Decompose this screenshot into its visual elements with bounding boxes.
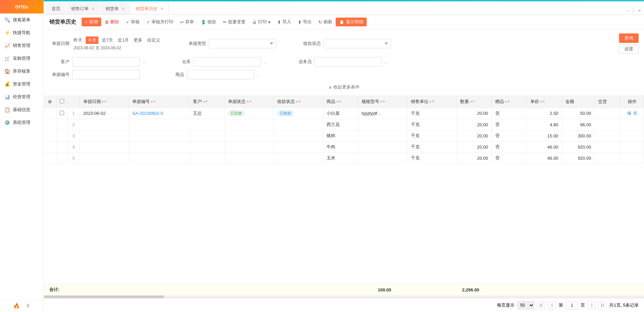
- settings-button[interactable]: 设置: [619, 44, 639, 54]
- sidebar-item-sys-mgmt[interactable]: ⚙️ 系统管理: [0, 116, 44, 129]
- page-last-btn[interactable]: ⟩⟩: [598, 301, 607, 309]
- show-detail-label: 显示明细: [346, 19, 363, 25]
- cell-goods: 牛肉: [323, 141, 358, 153]
- customer-input[interactable]: [72, 57, 140, 67]
- scroll-thumb[interactable]: [44, 295, 164, 298]
- th-price[interactable]: 单价 ▲▼: [527, 96, 562, 108]
- th-docno[interactable]: 单据编号 ▲▼: [129, 96, 190, 108]
- customer-dots[interactable]: ...: [142, 59, 146, 64]
- new-button[interactable]: + 新增: [82, 18, 101, 26]
- th-doc-status[interactable]: 单据状态 ▲▼: [225, 96, 274, 108]
- batch-change-button[interactable]: ✏ 批量变更: [220, 18, 249, 26]
- cell-check[interactable]: [56, 119, 67, 130]
- sidebar-item-finance-mgmt[interactable]: 💰 资金管理: [0, 78, 44, 90]
- warehouse-dots[interactable]: ...: [263, 59, 267, 64]
- page-input[interactable]: [566, 301, 578, 309]
- cell-check[interactable]: [56, 153, 67, 164]
- tabbar-minimize-icon[interactable]: —: [625, 8, 629, 13]
- import-icon: ⬆: [277, 20, 281, 25]
- sidebar-item-sales-mgmt[interactable]: 📈 销售管理: [0, 39, 44, 52]
- page-size-select[interactable]: 10 20 50 100: [517, 301, 534, 309]
- date-tab-more[interactable]: 更多: [132, 36, 144, 44]
- refresh-button[interactable]: ↻ 刷新: [315, 18, 336, 26]
- date-tab-1month[interactable]: 近1月: [116, 36, 130, 44]
- abandon-button[interactable]: ↩ 弃审: [177, 18, 197, 26]
- tab-sales-history[interactable]: 销货单历史 ✕: [131, 2, 169, 15]
- th-unit[interactable]: 销售单位 ▲▼: [407, 96, 456, 108]
- payment-status-select[interactable]: [324, 39, 391, 48]
- th-goods[interactable]: 商品 ▲▼: [323, 96, 358, 108]
- cell-docno[interactable]: [129, 153, 190, 164]
- page-next-btn[interactable]: ⟩: [588, 301, 596, 309]
- date-tab-yesterday[interactable]: 昨天: [72, 36, 84, 44]
- doc-type-select[interactable]: [209, 39, 276, 48]
- query-button[interactable]: 查询: [619, 33, 639, 43]
- collect-button[interactable]: 💲 收款: [197, 18, 220, 26]
- print-button[interactable]: 🖨 打印 ▾: [249, 18, 274, 26]
- page-first-btn[interactable]: ⟨⟨: [537, 301, 545, 309]
- edit-action-btn[interactable]: 编: [627, 111, 631, 115]
- th-date[interactable]: 单据日期 ▲▼: [80, 96, 129, 108]
- th-payment-status[interactable]: 收款状态 ▲▼: [274, 96, 323, 108]
- th-qty[interactable]: 数量 ▲▼: [456, 96, 492, 108]
- tabbar-maximize-icon[interactable]: □: [632, 8, 635, 13]
- sidebar-item-purchase-mgmt[interactable]: 🛒 采购管理: [0, 52, 44, 65]
- collapse-button[interactable]: ∧ 收起更多条件: [329, 83, 360, 92]
- export-button[interactable]: ⬇ 导出: [295, 18, 315, 26]
- cell-doc-status: [225, 153, 274, 164]
- batch-change-icon: ✏: [223, 20, 227, 25]
- sidebar-fire-btn[interactable]: 🔥: [13, 303, 20, 309]
- view-action-btn[interactable]: 览: [633, 111, 637, 115]
- warehouse-input[interactable]: [193, 57, 261, 67]
- select-all-checkbox[interactable]: [60, 99, 64, 103]
- tab-sales-order-close[interactable]: ✕: [91, 6, 95, 11]
- tab-home[interactable]: 首页: [47, 2, 65, 15]
- sidebar-item-basic-info[interactable]: 📋 基础信息: [0, 103, 44, 116]
- date-tab-today[interactable]: 今天: [86, 36, 99, 44]
- sidebar-item-inventory[interactable]: 🏠 库存核算: [0, 65, 44, 78]
- cell-actions: [620, 153, 644, 164]
- th-gear[interactable]: ⚙: [44, 96, 56, 108]
- tabbar-close-icon[interactable]: ✕: [638, 8, 641, 13]
- sidebar-item-quick-nav[interactable]: ⚡ 快捷导航: [0, 26, 44, 39]
- delete-button[interactable]: 🗑 删除: [101, 18, 122, 26]
- tab-sales-goods-close[interactable]: ✕: [121, 6, 125, 11]
- show-detail-button[interactable]: 📋 显示明细: [336, 18, 367, 26]
- salesperson-dots[interactable]: ...: [385, 59, 388, 64]
- cell-check[interactable]: [56, 141, 67, 153]
- audit-button[interactable]: ✓ 审核: [122, 18, 143, 26]
- filter-row-3: 单据编号 商品 ...: [49, 70, 639, 79]
- row-checkbox[interactable]: [60, 111, 64, 115]
- salesperson-input[interactable]: [314, 57, 382, 67]
- sidebar-item-biz-mgmt[interactable]: 📊 经营管理: [0, 90, 44, 103]
- th-docno-label: 单据编号: [132, 99, 150, 105]
- horizontal-scrollbar[interactable]: [44, 295, 644, 298]
- doc-no-link[interactable]: SA-20230602-0: [132, 111, 163, 116]
- tab-sales-order[interactable]: 销售订单 ✕: [66, 2, 100, 15]
- date-tab-7days[interactable]: 近7天: [101, 36, 114, 44]
- audit-print-button[interactable]: ✓ 审核并打印: [143, 18, 177, 26]
- page-prev-btn[interactable]: ⟨: [548, 301, 556, 309]
- th-gift[interactable]: 赠品 ▲▼: [492, 96, 527, 108]
- cell-docno[interactable]: SA-20230602-0: [129, 108, 190, 119]
- cell-docno[interactable]: [129, 141, 190, 153]
- doc-status-badge: 已生效: [228, 110, 245, 116]
- sidebar-item-search-menu[interactable]: 🔍 搜索菜单: [0, 14, 44, 26]
- cell-docno[interactable]: [129, 130, 190, 141]
- import-button[interactable]: ⬆ 导入: [274, 18, 295, 26]
- cell-check[interactable]: [56, 108, 67, 119]
- goods-input[interactable]: [187, 70, 254, 79]
- print-dropdown-icon: ▾: [268, 20, 271, 25]
- docno-input[interactable]: [72, 70, 140, 79]
- date-tab-custom[interactable]: 自定义: [146, 36, 162, 44]
- tab-sales-goods[interactable]: 销货单 ✕: [101, 2, 130, 15]
- cell-docno[interactable]: [129, 119, 190, 130]
- th-check[interactable]: [56, 96, 67, 108]
- th-spec[interactable]: 规格型号 ▲▼: [358, 96, 408, 108]
- cell-check[interactable]: [56, 130, 67, 141]
- th-customer[interactable]: 客户 ▲▼: [190, 96, 225, 108]
- sidebar-pause-btn[interactable]: ⏸: [25, 303, 31, 309]
- doc-type-label: 单据类型: [186, 41, 206, 47]
- goods-dots[interactable]: ...: [257, 72, 261, 77]
- tab-sales-history-close[interactable]: ✕: [160, 6, 164, 11]
